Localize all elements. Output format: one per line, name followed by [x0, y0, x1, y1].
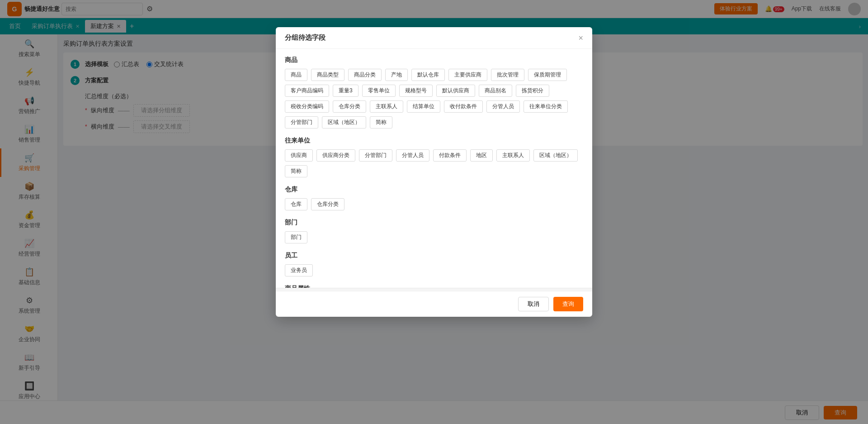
field-tag[interactable]: 地区: [470, 149, 493, 162]
field-group-title-dept: 部门: [285, 219, 583, 227]
field-tag[interactable]: 零售单位: [362, 85, 396, 97]
field-tag[interactable]: 简称: [370, 116, 392, 129]
field-group-warehouse: 仓库 仓库 仓库分类: [285, 186, 583, 210]
field-tag[interactable]: 付款条件: [433, 149, 467, 162]
field-tag[interactable]: 客户商品编码: [285, 85, 329, 97]
field-tag[interactable]: 区域（地区）: [322, 116, 366, 129]
modal-body[interactable]: 商品 商品 商品类型 商品分类 产地 默认仓库 主要供应商 批次管理 保质期管理…: [276, 49, 592, 288]
field-tag[interactable]: 仓库分类: [333, 100, 366, 113]
field-tag[interactable]: 结算单位: [407, 100, 440, 113]
field-tag[interactable]: 拣货积分: [516, 85, 549, 97]
field-tag[interactable]: 商品类型: [311, 69, 344, 81]
field-tag[interactable]: 供应商: [285, 149, 313, 162]
field-tag[interactable]: 仓库: [285, 198, 307, 210]
field-group-staff: 员工 业务员: [285, 252, 583, 276]
field-tag[interactable]: 保质期管理: [528, 69, 567, 81]
field-tag[interactable]: 主联系人: [496, 149, 530, 162]
field-group-title-partner: 往来单位: [285, 137, 583, 145]
field-tag[interactable]: 分管部门: [285, 116, 318, 129]
field-tag[interactable]: 供应商分类: [316, 149, 355, 162]
field-tags-goods: 商品 商品类型 商品分类 产地 默认仓库 主要供应商 批次管理 保质期管理 客户…: [285, 69, 583, 129]
field-group-title-staff: 员工: [285, 252, 583, 260]
field-tag[interactable]: 分管人员: [396, 149, 429, 162]
field-tag[interactable]: 简称: [285, 165, 307, 177]
field-tag[interactable]: 商品: [285, 69, 307, 81]
modal-footer: 取消 查询: [276, 291, 592, 317]
field-tag[interactable]: 重量3: [333, 85, 359, 97]
field-tag[interactable]: 默认供应商: [436, 85, 475, 97]
field-tag[interactable]: 分管部门: [359, 149, 392, 162]
field-tags-partner: 供应商 供应商分类 分管部门 分管人员 付款条件 地区 主联系人 区域（地区） …: [285, 149, 583, 177]
field-tag[interactable]: 主要供应商: [448, 69, 487, 81]
field-tag[interactable]: 税收分类编码: [285, 100, 329, 113]
field-tag[interactable]: 主联系人: [370, 100, 403, 113]
modal-cancel-btn[interactable]: 取消: [518, 297, 549, 311]
field-tag[interactable]: 部门: [285, 231, 307, 243]
modal-backdrop: 分组待选字段 × 商品 商品 商品类型 商品分类 产地 默认仓库 主要供应商 批…: [0, 0, 868, 424]
field-tag[interactable]: 分管人员: [486, 100, 520, 113]
field-tag[interactable]: 往来单位分类: [524, 100, 568, 113]
field-group-title-goods: 商品: [285, 56, 583, 64]
field-group-goods-attr: 商品属性 属性 颜色 多规格 尺码 鞋码 1: [285, 285, 583, 288]
field-tags-dept: 部门: [285, 231, 583, 243]
field-tag[interactable]: 产地: [385, 69, 408, 81]
modal-confirm-btn[interactable]: 查询: [553, 297, 583, 311]
field-group-title-warehouse: 仓库: [285, 186, 583, 194]
field-tag[interactable]: 批次管理: [491, 69, 524, 81]
field-tags-warehouse: 仓库 仓库分类: [285, 198, 583, 210]
field-tag[interactable]: 规格型号: [399, 85, 433, 97]
horizontal-scrollbar[interactable]: [276, 288, 592, 291]
field-tag[interactable]: 收付款条件: [444, 100, 483, 113]
field-tag[interactable]: 商品分类: [348, 69, 382, 81]
field-tags-staff: 业务员: [285, 264, 583, 276]
field-group-dept: 部门 部门: [285, 219, 583, 243]
field-group-partner: 往来单位 供应商 供应商分类 分管部门 分管人员 付款条件 地区 主联系人 区域…: [285, 137, 583, 177]
modal-title: 分组待选字段: [285, 33, 326, 42]
field-tag[interactable]: 商品别名: [479, 85, 512, 97]
field-group-title-goods-attr: 商品属性: [285, 285, 583, 288]
field-tag[interactable]: 默认仓库: [411, 69, 445, 81]
field-tag[interactable]: 区域（地区）: [533, 149, 578, 162]
modal-field-select: 分组待选字段 × 商品 商品 商品类型 商品分类 产地 默认仓库 主要供应商 批…: [276, 27, 592, 317]
field-group-goods: 商品 商品 商品类型 商品分类 产地 默认仓库 主要供应商 批次管理 保质期管理…: [285, 56, 583, 129]
field-tag[interactable]: 仓库分类: [311, 198, 344, 210]
modal-header: 分组待选字段 ×: [276, 27, 592, 49]
field-tag[interactable]: 业务员: [285, 264, 313, 276]
modal-close-btn[interactable]: ×: [578, 34, 583, 42]
